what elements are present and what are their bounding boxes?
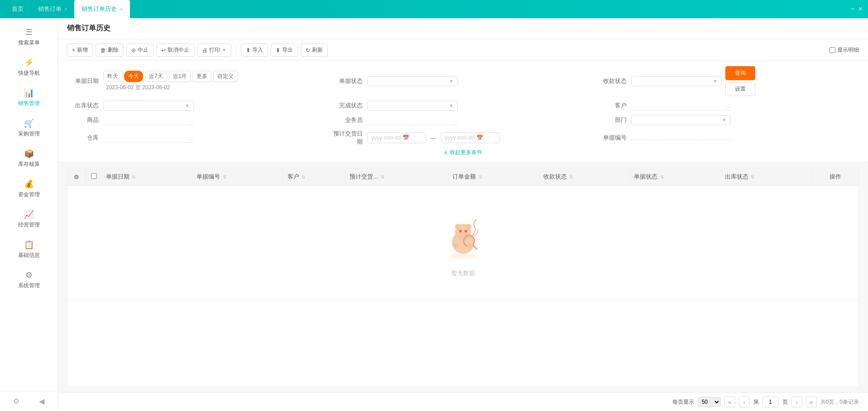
filter-label-complete-status: 完成状态	[331, 102, 367, 110]
sidebar-item-sys-mgmt[interactable]: ⚙ 系统管理	[0, 265, 58, 295]
btn-delete[interactable]: 🗑 删除	[96, 44, 124, 57]
display-toggle[interactable]: 显示明细	[830, 46, 859, 54]
sidebar-item-sales-mgmt-label: 销售管理	[18, 100, 40, 107]
th-out-status[interactable]: 出库状态 ⇅	[721, 168, 812, 186]
btn-stop[interactable]: ⊘ 中止	[126, 44, 153, 57]
import-icon: ⬆	[246, 47, 250, 53]
page-input[interactable]	[762, 396, 779, 407]
th-customer[interactable]: 客户 ⇅	[283, 168, 345, 186]
filter-label-delivery-date: 预计交货日期	[331, 130, 367, 146]
tab-sales-order-history[interactable]: 销售订单历史 ×	[74, 0, 129, 18]
per-page-select[interactable]: 20 50 100	[698, 397, 721, 407]
data-table: ⚙ 单据日期 ⇅ 单据编号 ⇅	[67, 168, 858, 300]
tab-sales-order-history-close[interactable]: ×	[120, 6, 122, 12]
top-close-icon[interactable]: ×	[858, 5, 863, 13]
total-label: 共0页，0条记录	[820, 398, 859, 406]
btn-import[interactable]: ⬆ 导入	[241, 44, 268, 57]
tab-sales-order-close[interactable]: ×	[64, 6, 67, 12]
btn-export-label: 导出	[282, 46, 293, 54]
filter-input-goods[interactable]: …	[103, 116, 194, 125]
th-bill-no[interactable]: 单据编号 ⇅	[193, 168, 284, 186]
th-bill-date[interactable]: 单据日期 ⇅	[102, 168, 193, 186]
btn-new[interactable]: + 新增	[67, 44, 93, 57]
sidebar-item-operations[interactable]: 📈 经营管理	[0, 204, 58, 234]
btn-cancel-stop[interactable]: ↩ 取消中止	[156, 44, 194, 57]
sidebar-item-purchase-mgmt[interactable]: 🛒 采购管理	[0, 113, 58, 143]
page-next-btn[interactable]: ›	[791, 396, 802, 407]
delivery-date-from[interactable]: yyyy-mm-dd 📅	[367, 132, 426, 143]
refresh-icon: ↻	[306, 47, 310, 53]
filter-row-3: 商品 … 业务员 … 部门	[67, 115, 859, 125]
pagination-bar: 每页显示 20 50 100 « ‹ 第 页 › » 共0页，0条记录	[58, 392, 868, 411]
sidebar-item-search-menu[interactable]: ☰ 搜索菜单	[0, 22, 58, 52]
btn-delete-label: 删除	[108, 46, 119, 54]
date-btn-1month[interactable]: 近1月	[169, 71, 191, 82]
svg-point-9	[453, 243, 460, 248]
th-checkbox[interactable]	[86, 168, 102, 186]
sidebar-settings-icon[interactable]: ⚙	[13, 397, 19, 406]
sort-amount-icon: ⇅	[479, 174, 482, 179]
date-btn-more[interactable]: 更多	[192, 71, 211, 82]
filter-input-salesperson[interactable]: …	[367, 116, 458, 125]
out-status-arrow-icon: ▼	[185, 103, 190, 108]
sidebar-item-finance[interactable]: 💰 资金管理	[0, 174, 58, 204]
sidebar-item-sys-mgmt-label: 系统管理	[18, 282, 40, 290]
filter-select-payment-status[interactable]: ▼	[631, 76, 722, 86]
settings-button[interactable]: 设置	[725, 82, 755, 96]
filter-cell-department: 部门 ▼	[595, 115, 859, 125]
filter-select-complete-status[interactable]: ▼	[367, 101, 458, 111]
date-btn-yesterday[interactable]: 昨天	[103, 71, 122, 82]
table-header-row: ⚙ 单据日期 ⇅ 单据编号 ⇅	[67, 168, 858, 186]
th-settings[interactable]: ⚙	[67, 168, 86, 186]
filter-input-customer[interactable]: …	[631, 101, 731, 111]
calendar-to-icon: 📅	[476, 135, 483, 141]
sidebar-item-inventory[interactable]: 📦 库存核算	[0, 143, 58, 174]
filter-select-department[interactable]: ▼	[631, 115, 731, 125]
filter-select-out-status[interactable]: ▼	[103, 101, 194, 111]
display-toggle-checkbox[interactable]	[830, 47, 835, 53]
query-button[interactable]: 查询	[725, 66, 755, 80]
select-all-checkbox[interactable]	[91, 173, 97, 179]
empty-row: 暂无数据	[67, 186, 858, 300]
complete-status-arrow-icon: ▼	[449, 103, 454, 108]
sidebar-item-inventory-label: 库存核算	[18, 160, 40, 168]
filter-select-bill-status[interactable]: ▼	[367, 76, 458, 86]
th-expected-delivery[interactable]: 预计交货... ⇅	[346, 168, 449, 186]
sort-bill-status-icon: ⇅	[660, 174, 664, 179]
new-icon: +	[72, 47, 75, 53]
empty-illustration	[441, 218, 486, 263]
top-min-icon[interactable]: −	[850, 5, 854, 13]
warehouse-dots-icon: …	[189, 135, 194, 140]
sort-payment-icon: ⇅	[569, 174, 573, 179]
th-payment-status[interactable]: 收款状态 ⇅	[539, 168, 630, 186]
page-prev-btn[interactable]: ‹	[739, 396, 750, 407]
collapse-up-icon: ∧	[444, 150, 448, 156]
filter-input-warehouse[interactable]: …	[103, 133, 194, 143]
sidebar-item-sales-mgmt[interactable]: 📊 销售管理	[0, 82, 58, 113]
date-btn-custom[interactable]: 自定义	[213, 71, 238, 82]
date-placeholder-from: yyyy-mm-dd	[371, 135, 401, 141]
filter-cell-payment-status: 收款状态 ▼ 查询 设置	[595, 66, 859, 96]
btn-refresh[interactable]: ↻ 刷新	[301, 44, 328, 57]
page-first-btn[interactable]: «	[724, 396, 735, 407]
th-bill-status[interactable]: 单据状态 ⇅	[630, 168, 721, 186]
page-last-btn[interactable]: »	[806, 396, 817, 407]
tab-sales-order[interactable]: 销售订单 ×	[31, 0, 74, 18]
basic-info-icon: 📋	[24, 240, 34, 250]
sidebar-item-basic-info[interactable]: 📋 基础信息	[0, 234, 58, 265]
th-order-amount[interactable]: 订单金额 ⇅	[448, 168, 539, 186]
date-btn-today[interactable]: 今天	[124, 71, 143, 82]
btn-print[interactable]: 🖨 打印 ▼	[197, 44, 231, 57]
date-btn-7days[interactable]: 近7天	[145, 71, 167, 82]
sidebar-collapse-icon[interactable]: ◀	[39, 397, 44, 406]
filter-input-bill-no[interactable]	[631, 136, 731, 140]
top-bar: 首页 销售订单 × 销售订单历史 × − ×	[0, 0, 868, 18]
sidebar-item-quick-nav[interactable]: ⚡ 快捷导航	[0, 52, 58, 82]
tab-home[interactable]: 首页	[5, 0, 31, 18]
collapse-row[interactable]: ∧ 收起更多条件	[67, 146, 859, 156]
table-body: 暂无数据	[67, 186, 858, 300]
th-out-status-label: 出库状态	[725, 173, 748, 180]
btn-export[interactable]: ⬇ 导出	[271, 44, 298, 57]
sidebar-item-operations-label: 经营管理	[18, 221, 40, 229]
delivery-date-to[interactable]: yyyy-mm-dd 📅	[441, 132, 500, 143]
